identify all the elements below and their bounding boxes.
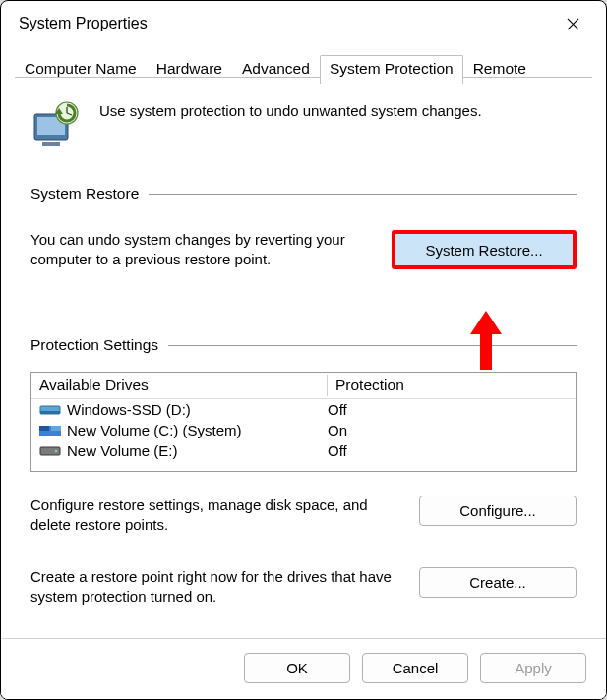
intro-row: Use system protection to undo unwanted s… — [30, 100, 577, 149]
intro-text: Use system protection to undo unwanted s… — [99, 102, 482, 121]
tab-system-protection[interactable]: System Protection — [320, 55, 463, 84]
svg-rect-13 — [39, 426, 49, 431]
apply-button[interactable]: Apply — [480, 653, 586, 683]
tab-remote[interactable]: Remote — [463, 55, 536, 84]
drive-row[interactable]: New Volume (E:) Off — [31, 440, 576, 461]
divider — [168, 345, 577, 346]
drives-table-header: Available Drives Protection — [31, 373, 576, 399]
svg-rect-11 — [40, 411, 60, 414]
drive-protection: On — [328, 422, 568, 438]
system-restore-button[interactable]: System Restore... — [392, 230, 577, 269]
col-protection[interactable]: Protection — [328, 373, 576, 398]
col-available-drives[interactable]: Available Drives — [31, 373, 327, 398]
legend-system-restore: System Restore — [30, 185, 139, 203]
svg-rect-4 — [42, 142, 60, 146]
drive-ssd-icon — [39, 403, 61, 417]
cancel-button[interactable]: Cancel — [362, 653, 468, 683]
drive-name: Windows-SSD (D:) — [67, 401, 328, 418]
panel-system-protection: Use system protection to undo unwanted s… — [1, 83, 606, 638]
create-description: Create a restore point right now for the… — [30, 567, 399, 606]
drive-name: New Volume (E:) — [67, 442, 328, 459]
system-restore-icon — [30, 100, 80, 149]
svg-rect-14 — [51, 426, 61, 431]
fieldset-protection-settings: Protection Settings Available Drives Pro… — [30, 336, 577, 606]
drive-name: New Volume (C:) (System) — [67, 422, 328, 438]
ok-button[interactable]: OK — [244, 653, 350, 683]
divider — [149, 194, 577, 195]
dialog-footer: OK Cancel Apply — [1, 638, 606, 699]
close-button[interactable] — [553, 4, 592, 43]
restore-description: You can undo system changes by reverting… — [30, 230, 374, 268]
drive-hdd-icon — [39, 444, 61, 458]
titlebar: System Properties — [1, 1, 606, 46]
drive-protection: Off — [328, 401, 568, 418]
legend-protection-settings: Protection Settings — [30, 336, 158, 354]
drive-row[interactable]: New Volume (C:) (System) On — [31, 420, 576, 440]
configure-description: Configure restore settings, manage disk … — [30, 496, 399, 534]
fieldset-system-restore: System Restore You can undo system chang… — [30, 185, 577, 269]
tab-advanced[interactable]: Advanced — [232, 55, 320, 84]
drive-row[interactable]: Windows-SSD (D:) Off — [31, 399, 576, 420]
tabbar: Computer Name Hardware Advanced System P… — [1, 54, 606, 83]
configure-button[interactable]: Configure... — [419, 496, 577, 526]
window-title: System Properties — [19, 15, 148, 32]
close-icon — [567, 18, 579, 30]
system-properties-window: System Properties Computer Name Hardware… — [0, 0, 607, 700]
tab-computer-name[interactable]: Computer Name — [15, 55, 147, 84]
drive-protection: Off — [328, 442, 568, 459]
drive-volume-icon — [39, 424, 61, 438]
drives-table: Available Drives Protection Windows-SSD … — [30, 372, 577, 472]
tab-hardware[interactable]: Hardware — [147, 55, 232, 84]
create-button[interactable]: Create... — [419, 567, 577, 598]
tab-underline — [15, 77, 592, 78]
svg-point-16 — [55, 449, 58, 452]
